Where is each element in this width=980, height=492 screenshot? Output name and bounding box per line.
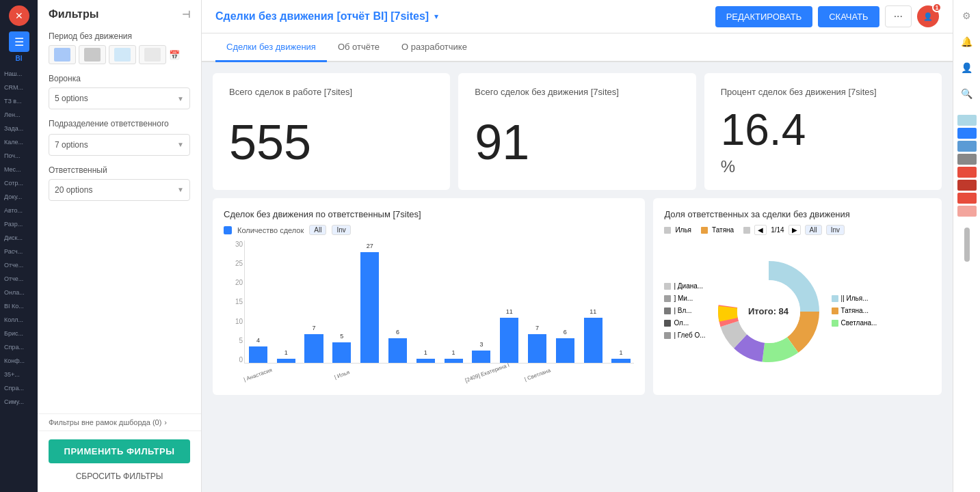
y-tick: 10 [224, 318, 243, 325]
pie-legend-item: Ол... [664, 319, 705, 327]
top-bar-right: РЕДАКТИРОВАТЬ СКАЧАТЬ ··· 👤 1 [715, 5, 939, 27]
bar[interactable]: 1 [611, 359, 630, 363]
menu-icon[interactable]: ☰ [9, 31, 29, 52]
download-button[interactable]: СКАЧАТЬ [818, 6, 879, 27]
kpi-inactive-deals-value: 91 [475, 108, 679, 176]
pie-label: || Илья... [841, 295, 869, 302]
pie-legend-item: Светлана... [832, 319, 877, 327]
responsible-select-value: 20 options [55, 185, 92, 195]
tab-about-report[interactable]: Об отчёте [327, 33, 390, 62]
bar-bottom-label: | Светлана [520, 366, 554, 384]
sidebar-item-nav-24[interactable]: Спра... [3, 382, 35, 394]
bar[interactable]: 27 [360, 252, 379, 363]
sidebar-item-nav-23[interactable]: 35+... [3, 368, 35, 381]
notifications-icon[interactable]: 🔔 [957, 31, 977, 52]
kpi-percent-unit: % [721, 157, 925, 176]
sidebar-item-nav-9[interactable]: Сотр... [3, 177, 35, 189]
funnel-select[interactable]: 5 options ▼ [49, 87, 190, 109]
sidebar-item-nav-17[interactable]: Онла... [3, 286, 35, 299]
pie-donut-area: | Диана... ] Ми... | Вл... Ол... [664, 239, 931, 384]
sidebar-item-nav-19[interactable]: Колл... [3, 314, 35, 326]
sidebar-item-nav-18[interactable]: BI Ко... [3, 300, 35, 312]
bar[interactable]: 11 [584, 318, 602, 363]
calendar-icon[interactable]: 📅 [169, 50, 180, 60]
department-select[interactable]: 7 options ▼ [49, 134, 190, 156]
bar[interactable]: 7 [528, 334, 546, 363]
more-options-button[interactable]: ··· [885, 5, 912, 27]
pie-first-legend-dot [664, 227, 671, 234]
sidebar-item-nav-14[interactable]: Расч... [3, 245, 35, 258]
sidebar-item-nav-6[interactable]: Кале... [3, 136, 35, 148]
pie-chart-card: Доля ответственных за сделки без движени… [653, 198, 942, 395]
user-icon[interactable]: 👤 [957, 57, 977, 78]
sidebar-item-nav-25[interactable]: Симу... [3, 396, 35, 408]
pie-nav-dot [743, 227, 750, 234]
pie-legend-item: Татяна... [832, 307, 877, 314]
legend-inv-button[interactable]: Inv [332, 225, 350, 235]
bar[interactable]: 5 [332, 342, 351, 363]
sidebar-item-nav-2[interactable]: CRM... [3, 81, 35, 94]
bar-top-label: 7 [313, 325, 316, 331]
bar-top-label: 1 [452, 349, 455, 356]
tab-deals-no-movement[interactable]: Сделки без движения [215, 33, 327, 62]
bar[interactable]: 1 [277, 359, 295, 363]
bar[interactable]: 6 [556, 338, 574, 363]
settings-icon[interactable]: ⚙ [957, 5, 977, 26]
legend-all-button[interactable]: All [309, 225, 326, 235]
bar[interactable]: 1 [416, 359, 435, 363]
extra-filters-label: Фильтры вне рамок дшборда (0) [49, 418, 161, 426]
edit-button[interactable]: РЕДАКТИРОВАТЬ [715, 6, 813, 27]
bar-item: 6 [552, 241, 579, 363]
sidebar-item-nav-13[interactable]: Диск... [3, 232, 35, 244]
kpi-card-inactive-deals: Всего сделок без движения [7sites] 91 [458, 73, 696, 190]
sidebar-item-nav-22[interactable]: Конф... [3, 355, 35, 367]
y-axis: 30 25 20 15 10 5 0 [224, 241, 243, 364]
bar[interactable]: 4 [249, 346, 267, 363]
pie-nav-prev[interactable]: ◀ [754, 225, 767, 235]
pie-inv-button[interactable]: Inv [826, 225, 845, 235]
pie-label: | Глеб О... [674, 331, 705, 339]
funnel-filter-group: Воронка 5 options ▼ [49, 74, 190, 109]
extra-filters[interactable]: Фильтры вне рамок дшборда (0) › [38, 413, 201, 430]
pie-all-button[interactable]: All [805, 225, 822, 235]
bar-top-label: 11 [506, 308, 513, 315]
pie-dot [832, 308, 838, 314]
pie-nav-next[interactable]: ▶ [789, 225, 801, 235]
sidebar-item-nav-1[interactable]: Наш... [3, 68, 35, 80]
bar[interactable]: 1 [445, 359, 463, 363]
sidebar-item-nav-4[interactable]: Лен... [3, 109, 35, 121]
search-icon[interactable]: 🔍 [957, 83, 977, 104]
sidebar-item-nav-8[interactable]: Мес... [3, 163, 35, 176]
department-filter-group: Подразделение ответственного 7 options ▼ [49, 119, 190, 156]
sidebar-item-nav-10[interactable]: Доку... [3, 191, 35, 203]
reset-filters-button[interactable]: СБРОСИТЬ ФИЛЬТРЫ [49, 469, 190, 484]
bar[interactable]: 7 [304, 334, 323, 363]
sidebar-item-nav-16[interactable]: Отче... [3, 273, 35, 285]
sidebar-item-nav-5[interactable]: Зада... [3, 122, 35, 135]
pie-labels-left: | Диана... ] Ми... | Вл... Ол... [664, 282, 705, 341]
bar-top-label: 7 [535, 325, 539, 331]
sidebar-item-nav-20[interactable]: Брис... [3, 327, 35, 340]
avatar[interactable]: 👤 1 [917, 5, 939, 27]
tab-about-developer[interactable]: О разработчике [390, 33, 478, 62]
apply-filters-button[interactable]: ПРИМЕНИТЬ ФИЛЬТРЫ [49, 439, 190, 463]
bar[interactable]: 11 [500, 318, 518, 363]
sidebar-item-nav-11[interactable]: Авто... [3, 204, 35, 217]
bar-chart-legend: Количество сделок All Inv [224, 225, 634, 235]
sidebar-item-nav-21[interactable]: Спра... [3, 341, 35, 353]
close-button[interactable]: ✕ [9, 5, 29, 26]
kpi-total-deals-title: Всего сделок в работе [7sites] [229, 87, 434, 97]
department-label: Подразделение ответственного [49, 119, 190, 130]
sidebar-item-nav-15[interactable]: Отче... [3, 259, 35, 271]
sidebar-item-nav-12[interactable]: Разр... [3, 218, 35, 230]
bar[interactable]: 6 [388, 338, 407, 363]
report-title-dropdown[interactable]: ▾ [434, 12, 438, 21]
scrollbar-thumb[interactable] [964, 228, 970, 262]
sidebar-item-nav-7[interactable]: Поч... [3, 150, 35, 162]
pie-chart-container: Итого: 84 [714, 257, 823, 366]
pie-label: Светлана... [841, 319, 877, 327]
responsible-select[interactable]: 20 options ▼ [49, 179, 190, 201]
bar[interactable]: 3 [472, 351, 490, 363]
collapse-filters-button[interactable]: ⊣ [182, 9, 190, 20]
sidebar-item-nav-3[interactable]: ТЗ в... [3, 95, 35, 107]
